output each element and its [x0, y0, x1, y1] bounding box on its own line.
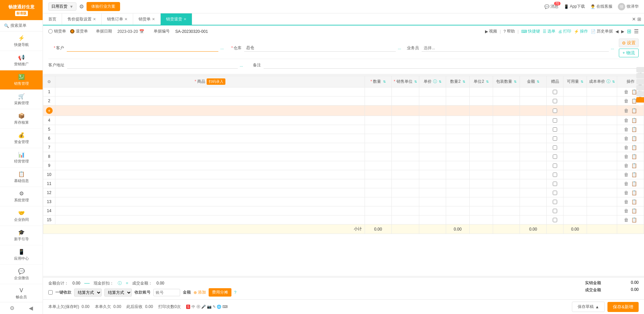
side-star-btn[interactable]: 星 [636, 91, 644, 97]
add-logistics-btn[interactable]: + 物流 [619, 49, 639, 57]
tab-close-icon[interactable]: ✕ [124, 17, 127, 21]
gift-checkbox[interactable] [553, 99, 557, 103]
topbar-gear-icon[interactable]: ⚙ [79, 3, 84, 10]
tab-close-all-icon[interactable]: ✕ [632, 16, 636, 22]
save-new-btn[interactable]: 保存&新增 [607, 302, 639, 312]
settings-footer-icon[interactable]: ⚙ [10, 305, 14, 311]
copy-row-icon[interactable]: 📋 [631, 217, 637, 223]
delete-row-icon[interactable]: 🗑 [624, 163, 629, 168]
sort-cost-icon[interactable]: ⇅ [612, 80, 615, 83]
barcode-input-btn[interactable]: 扫码录入 [207, 78, 225, 85]
table-view-icon[interactable]: ⊞ [627, 28, 631, 35]
sidebar-item-newbie[interactable]: 🎓 新手引导 [0, 226, 43, 245]
calendar-icon[interactable]: 📅 [139, 29, 144, 34]
gift-checkbox[interactable] [553, 136, 557, 141]
tab-sale-out[interactable]: 销货单 ✕ [133, 13, 161, 25]
radio-sale-input[interactable] [48, 29, 53, 34]
row-qty2[interactable] [446, 87, 470, 97]
address-picker-btn[interactable]: ... [238, 62, 245, 69]
fee-split-btn[interactable]: 费用分摊 [209, 288, 231, 297]
row-amount[interactable] [520, 87, 547, 97]
gift-checkbox[interactable] [553, 182, 557, 186]
copy-row-icon[interactable]: 📋 [631, 136, 637, 141]
radio-sale[interactable]: 销货单 [48, 28, 66, 34]
cash-discount-info-icon[interactable]: ⓘ [118, 280, 122, 286]
collapse-icon[interactable]: ◀ [29, 305, 33, 311]
copy-row-icon[interactable]: 📋 [631, 127, 637, 132]
tab-close-icon[interactable]: ✕ [152, 17, 155, 21]
gift-checkbox[interactable] [553, 127, 557, 132]
side-note-btn[interactable]: 记 [636, 67, 644, 72]
delete-row-icon[interactable]: 🗑 [624, 127, 629, 132]
delete-row-icon[interactable]: 🗑 [624, 172, 629, 177]
calc-method-select[interactable]: 结算方式 [104, 289, 132, 297]
row-unit2-active[interactable] [470, 106, 493, 116]
gift-checkbox[interactable] [553, 145, 557, 150]
row-pack[interactable] [493, 97, 520, 106]
sidebar-item-enterprise[interactable]: 🤝 企业协同 [0, 206, 43, 226]
add-row-btn[interactable]: + [46, 107, 53, 114]
sidebar-item-system[interactable]: ⚙ 系统管理 [0, 187, 43, 206]
row-avail[interactable] [564, 97, 587, 106]
copy-row-icon[interactable]: 📋 [631, 154, 637, 159]
col-header-settings[interactable]: ⚙ [43, 76, 55, 87]
radio-return[interactable]: 退货单 [70, 28, 88, 34]
one-click-pay-checkbox[interactable] [48, 290, 53, 295]
row-cost-active[interactable] [587, 106, 617, 116]
sort-avail-icon[interactable]: ⇅ [581, 80, 583, 83]
online-service-link[interactable]: 👨‍💼 在线客服 [590, 4, 612, 9]
sort-qty2-icon[interactable]: ⇅ [463, 80, 465, 83]
search-menu[interactable]: 🔍 搜索菜单 [0, 20, 43, 32]
copy-row-icon[interactable]: 📋 [631, 163, 637, 168]
delete-row-icon[interactable]: 🗑 [624, 136, 629, 141]
cost-info-icon[interactable]: ⓘ [606, 79, 610, 84]
fee-info-icon[interactable]: ? [234, 290, 236, 295]
prev-record-icon[interactable]: ◀ [615, 29, 619, 34]
row-avail[interactable] [564, 87, 587, 97]
delete-row-icon[interactable]: 🗑 [624, 181, 629, 186]
tab-sale-price[interactable]: 售价提取设置 ✕ [62, 13, 102, 25]
row-gift[interactable] [547, 97, 564, 106]
price-info-icon[interactable]: ⓘ [433, 79, 437, 84]
sidebar-item-inventory[interactable]: 📦 库存核算 [0, 109, 43, 129]
select-btn[interactable]: ☰ 选单 [543, 28, 555, 34]
row-unit[interactable] [391, 87, 419, 97]
row-pack-active[interactable] [493, 106, 520, 116]
shortcut-btn[interactable]: ⌨ 快捷键 [521, 28, 540, 34]
experience-btn[interactable]: 体验行业方案 [87, 2, 120, 11]
copy-row-icon[interactable]: 📋 [631, 108, 637, 113]
row-pack[interactable] [493, 87, 520, 97]
sidebar-item-marketing[interactable]: 📢 营销推广 [0, 51, 43, 70]
copy-row-icon[interactable]: 📋 [631, 145, 637, 150]
row-unit2[interactable] [470, 87, 493, 97]
delete-row-icon[interactable]: 🗑 [624, 145, 629, 150]
gift-checkbox[interactable] [553, 90, 557, 94]
copy-row-icon[interactable]: 📋 [631, 118, 637, 123]
gift-checkbox[interactable] [553, 173, 557, 177]
sort-qty-icon[interactable]: ⇅ [383, 80, 386, 83]
app-download-link[interactable]: 📱 App下载 [564, 4, 585, 9]
gift-checkbox[interactable] [553, 209, 557, 213]
row-qty[interactable] [365, 97, 391, 106]
row-qty2[interactable] [446, 97, 470, 106]
delete-row-icon[interactable]: 🗑 [624, 98, 629, 104]
operation-btn[interactable]: ⚡ 操作 [574, 28, 588, 34]
sidebar-item-purchase[interactable]: 🛒 采购管理 [0, 90, 43, 109]
gift-checkbox[interactable] [553, 200, 557, 204]
print-btn[interactable]: 🖨 打印 [558, 28, 571, 34]
row-qty2-active[interactable] [446, 106, 470, 116]
settlement-method-select[interactable]: 结算方式 [74, 289, 102, 297]
sort-unit2-icon[interactable]: ⇅ [486, 80, 489, 83]
delete-row-icon[interactable]: 🗑 [624, 217, 629, 223]
salesman-input[interactable] [422, 45, 609, 52]
copy-row-icon[interactable]: 📋 [631, 181, 637, 186]
sidebar-item-basic[interactable]: 📋 基础信息 [0, 168, 43, 187]
settings-btn[interactable]: ⚙ 设置 [619, 39, 639, 47]
gift-checkbox[interactable] [553, 164, 557, 168]
copy-row-icon[interactable]: 📋 [631, 208, 637, 213]
tab-sale-order[interactable]: 销售订单 ✕ [102, 13, 133, 25]
delete-row-icon[interactable]: 🗑 [624, 208, 629, 213]
gift-checkbox[interactable] [553, 218, 557, 222]
row-gift-active[interactable] [547, 106, 564, 116]
save-draft-btn[interactable]: 保存草稿 ▲ [572, 302, 605, 312]
